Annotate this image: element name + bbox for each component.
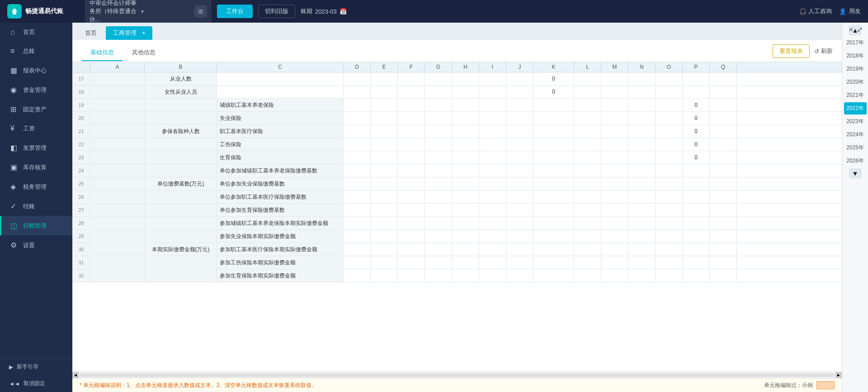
cell-23-J[interactable] — [506, 151, 533, 164]
cell-31-K[interactable] — [533, 256, 574, 269]
sidebar-item-assets[interactable]: ⊞ 固定资产 — [0, 100, 72, 119]
cell-24-M[interactable] — [601, 164, 628, 177]
cell-17-D[interactable] — [344, 72, 371, 85]
ai-consult[interactable]: 🎧 人工咨询 — [799, 7, 832, 15]
cell-26-I[interactable] — [479, 191, 506, 203]
cell-24-J[interactable] — [506, 164, 533, 177]
cell-25-J[interactable] — [506, 177, 533, 190]
cell-29-N[interactable] — [628, 230, 656, 243]
cell-19-P[interactable]: 0 — [683, 99, 710, 111]
cell-17-F[interactable] — [398, 72, 425, 85]
cell-20-L[interactable] — [574, 112, 601, 124]
cell-27-I[interactable] — [479, 204, 506, 216]
cell-24-O[interactable] — [656, 164, 683, 177]
cell-20-N[interactable] — [628, 112, 656, 124]
cell-27-C[interactable]: 单位参加生育保险缴费基数 — [217, 204, 344, 216]
sidebar-item-inventory[interactable]: ▣ 库存核算 — [0, 158, 72, 177]
cell-29-L[interactable] — [574, 230, 601, 243]
cell-32-E[interactable] — [371, 269, 398, 282]
cell-31-C[interactable]: 参加工伤保险本期实际缴费金额 — [217, 256, 344, 269]
cell-19-H[interactable] — [452, 99, 479, 111]
cell-24-P[interactable] — [683, 164, 710, 177]
cell-32-A[interactable] — [90, 269, 145, 282]
cell-25-M[interactable] — [601, 177, 628, 190]
cell-17-K[interactable]: 0 — [533, 72, 574, 85]
cell-22-G[interactable] — [425, 138, 452, 151]
year-item-2021[interactable]: 2021年 — [844, 89, 867, 101]
cell-24-H[interactable] — [452, 164, 479, 177]
cell-31-I[interactable] — [479, 256, 506, 269]
cell-32-K[interactable] — [533, 269, 574, 282]
cell-27-G[interactable] — [425, 204, 452, 216]
cell-32-H[interactable] — [452, 269, 479, 282]
cell-18-A[interactable] — [90, 86, 145, 98]
sidebar-item-unfix[interactable]: ◄◄ 取消固定 — [0, 375, 72, 392]
cell-24-A[interactable] — [90, 164, 145, 177]
sidebar-item-tax[interactable]: ◈ 税务管理 — [0, 177, 72, 196]
cell-22-F[interactable] — [398, 138, 425, 151]
cell-19-J[interactable] — [506, 99, 533, 111]
cell-17-P[interactable] — [683, 72, 710, 85]
window-expand-button[interactable]: ⤢ — [857, 25, 863, 34]
year-item-2018[interactable]: 2018年 — [844, 50, 867, 62]
cell-27-H[interactable] — [452, 204, 479, 216]
workbench-button[interactable]: 工作台 — [217, 5, 253, 18]
cell-19-Q[interactable] — [710, 99, 737, 111]
cell-20-D[interactable] — [344, 112, 371, 124]
cell-31-P[interactable] — [683, 256, 710, 269]
cell-29-O[interactable] — [656, 230, 683, 243]
cell-24-G[interactable] — [425, 164, 452, 177]
cell-29-Q[interactable] — [710, 230, 737, 243]
cell-20-I[interactable] — [479, 112, 506, 124]
cell-28-K[interactable] — [533, 217, 574, 229]
cell-19-M[interactable] — [601, 99, 628, 111]
cell-23-M[interactable] — [601, 151, 628, 164]
cell-30-E[interactable] — [371, 243, 398, 256]
cell-32-B[interactable] — [145, 269, 217, 282]
cell-29-K[interactable] — [533, 230, 574, 243]
cell-21-J[interactable] — [506, 125, 533, 138]
cell-19-E[interactable] — [371, 99, 398, 111]
sidebar-item-invoice[interactable]: ◧ 发票管理 — [0, 138, 72, 158]
cell-21-O[interactable] — [656, 125, 683, 138]
cell-23-N[interactable] — [628, 151, 656, 164]
cell-32-I[interactable] — [479, 269, 506, 282]
year-item-2022[interactable]: 2022年 — [844, 102, 867, 115]
cell-29-F[interactable] — [398, 230, 425, 243]
cell-27-F[interactable] — [398, 204, 425, 216]
cell-19-K[interactable] — [533, 99, 574, 111]
cell-21-K[interactable] — [533, 125, 574, 138]
cell-17-M[interactable] — [601, 72, 628, 85]
cell-32-F[interactable] — [398, 269, 425, 282]
cell-26-O[interactable] — [656, 191, 683, 203]
cell-25-D[interactable] — [344, 177, 371, 190]
horizontal-scrollbar[interactable]: ◄ ► — [72, 372, 842, 378]
cell-22-I[interactable] — [479, 138, 506, 151]
cell-32-C[interactable]: 参加生育保险本期实际缴费金额 — [217, 269, 344, 282]
cell-26-G[interactable] — [425, 191, 452, 203]
cell-26-P[interactable] — [683, 191, 710, 203]
cell-28-Q[interactable] — [710, 217, 737, 229]
cell-28-D[interactable] — [344, 217, 371, 229]
cell-20-E[interactable] — [371, 112, 398, 124]
cell-30-J[interactable] — [506, 243, 533, 256]
cell-20-G[interactable] — [425, 112, 452, 124]
cell-27-K[interactable] — [533, 204, 574, 216]
cell-24-N[interactable] — [628, 164, 656, 177]
cell-26-M[interactable] — [601, 191, 628, 203]
cell-19-C[interactable]: 城镇职工基本养老保险 — [217, 99, 344, 111]
cell-18-O[interactable] — [656, 86, 683, 98]
cell-22-N[interactable] — [628, 138, 656, 151]
cell-25-Q[interactable] — [710, 177, 737, 190]
cell-17-L[interactable] — [574, 72, 601, 85]
cell-23-K[interactable] — [533, 151, 574, 164]
cell-29-I[interactable] — [479, 230, 506, 243]
cell-27-L[interactable] — [574, 204, 601, 216]
cell-22-D[interactable] — [344, 138, 371, 151]
sidebar-item-newbie[interactable]: ▶ 新手引导 — [0, 359, 72, 375]
cell-23-G[interactable] — [425, 151, 452, 164]
window-close-button[interactable]: × — [849, 25, 853, 34]
cell-19-O[interactable] — [656, 99, 683, 111]
cell-21-I[interactable] — [479, 125, 506, 138]
cell-23-I[interactable] — [479, 151, 506, 164]
